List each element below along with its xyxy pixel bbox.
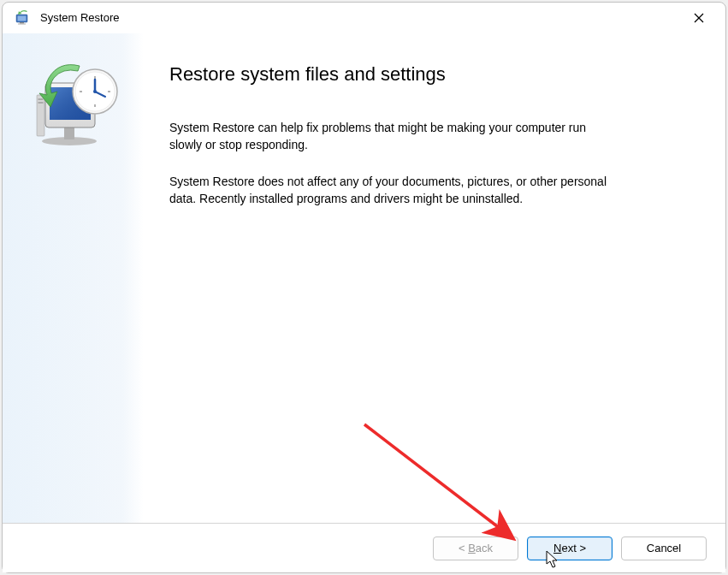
svg-rect-9 xyxy=(38,98,43,100)
sidebar xyxy=(3,33,144,523)
system-restore-window: System Restore xyxy=(2,2,726,573)
description-paragraph-1: System Restore can help fix problems tha… xyxy=(169,120,614,153)
restore-graphic-icon xyxy=(27,59,121,149)
svg-rect-2 xyxy=(20,22,24,24)
close-icon xyxy=(694,13,704,23)
page-heading: Restore system files and settings xyxy=(169,63,683,86)
svg-rect-10 xyxy=(38,102,43,104)
next-button[interactable]: Next > xyxy=(527,536,613,560)
svg-rect-8 xyxy=(37,95,44,136)
body-area: Restore system files and settings System… xyxy=(3,33,725,523)
titlebar: System Restore xyxy=(3,3,725,33)
svg-rect-7 xyxy=(64,127,74,139)
description-paragraph-2: System Restore does not affect any of yo… xyxy=(169,174,614,207)
svg-point-22 xyxy=(93,90,97,93)
close-button[interactable] xyxy=(679,5,719,31)
svg-rect-3 xyxy=(18,23,26,24)
window-title: System Restore xyxy=(40,11,679,24)
footer: < Back Next > Cancel xyxy=(3,523,725,572)
app-icon xyxy=(15,9,32,27)
cancel-button[interactable]: Cancel xyxy=(621,536,707,560)
content-area: Restore system files and settings System… xyxy=(144,33,725,523)
svg-rect-1 xyxy=(18,15,27,21)
back-button: < Back xyxy=(433,536,518,560)
